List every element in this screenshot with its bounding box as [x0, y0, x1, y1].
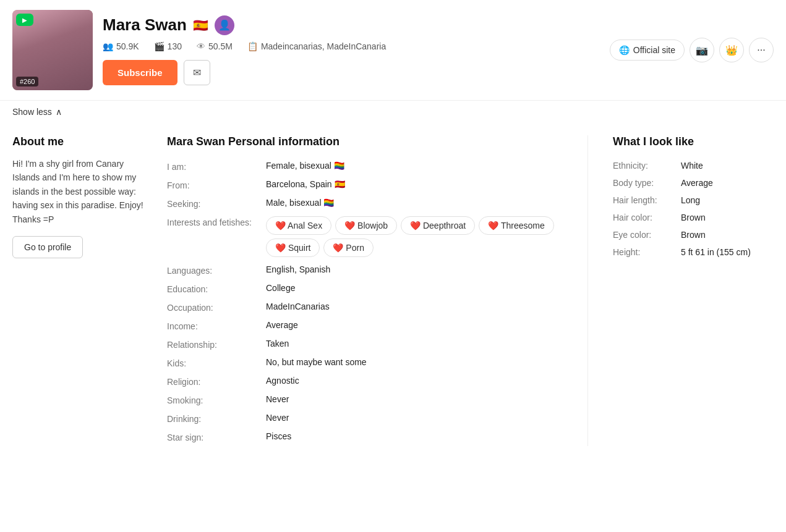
info-row: I am:Female, bisexual 🏳️‍🌈	[167, 157, 563, 175]
looks-row: Hair length:Long	[613, 192, 774, 209]
info-label: From:	[167, 179, 266, 190]
rank-badge: #260	[16, 77, 38, 87]
info-value: Male, bisexual 🏳️‍🌈	[266, 198, 563, 208]
info-label: Education:	[167, 283, 266, 294]
followers-count: 50.9K	[116, 41, 139, 51]
followers-icon: 👥	[103, 41, 113, 51]
info-label: Drinking:	[167, 413, 266, 424]
message-button[interactable]: ✉	[184, 60, 210, 85]
info-value: Agnostic	[266, 376, 563, 386]
looks-label: Ethnicity:	[613, 161, 681, 171]
info-label: Seeking:	[167, 198, 266, 209]
about-text: Hi! I'm a shy girl from Canary Islands a…	[12, 157, 148, 226]
looks-label: Body type:	[613, 178, 681, 188]
instagram-icon: 📷	[696, 44, 708, 56]
info-value: Pisces	[266, 431, 563, 441]
user-icon: 👤	[218, 19, 231, 31]
info-row: Income:Average	[167, 316, 563, 335]
looks-label: Height:	[613, 247, 681, 257]
interests-label: Interests and fetishes:	[167, 216, 266, 227]
play-icon: ▶	[22, 17, 27, 23]
live-badge: ▶	[16, 14, 33, 26]
info-value: No, but maybe want some	[266, 357, 563, 367]
main-content: About me Hi! I'm a shy girl from Canary …	[0, 123, 786, 458]
info-label: Religion:	[167, 376, 266, 387]
interest-tag: ❤️ Blowjob	[335, 216, 397, 235]
info-label: I am:	[167, 161, 266, 172]
looks-row: Eye color:Brown	[613, 226, 774, 243]
stats-row: 👥 50.9K 🎬 130 👁 50.5M 📋 Madeincanarias, …	[103, 41, 600, 51]
info-row: Star sign:Pisces	[167, 428, 563, 446]
info-row: Religion:Agnostic	[167, 372, 563, 391]
info-row: Relationship:Taken	[167, 335, 563, 353]
following-icon: 🎬	[154, 41, 164, 51]
looks-value: Brown	[681, 230, 706, 240]
profile-header: ▶ #260 Mara Swan 🇪🇸 👤 👥 50.9K 🎬 130 👁 50…	[0, 0, 786, 101]
about-title: About me	[12, 135, 148, 148]
actions-row: Subscribe ✉	[103, 60, 600, 85]
interest-tag: ❤️ Threesome	[479, 216, 553, 235]
looks-value: White	[681, 161, 703, 171]
looks-value: 5 ft 61 in (155 cm)	[681, 247, 751, 257]
info-label: Star sign:	[167, 431, 266, 442]
chevron-up-icon: ∧	[56, 107, 62, 117]
looks-title: What I look like	[613, 135, 774, 148]
show-less-label: Show less	[12, 107, 52, 117]
following-count: 130	[168, 41, 182, 51]
looks-label: Eye color:	[613, 230, 681, 240]
info-value: College	[266, 283, 563, 293]
looks-value: Brown	[681, 213, 706, 222]
info-value: MadeInCanarias	[266, 302, 563, 311]
followers-stat: 👥 50.9K	[103, 41, 139, 51]
country-flag: 🇪🇸	[193, 18, 208, 33]
username-row: 📋 Madeincanarias, MadeInCanaria	[247, 41, 386, 51]
go-to-profile-button[interactable]: Go to profile	[12, 236, 83, 258]
more-button[interactable]: ···	[749, 38, 774, 62]
profile-name: Mara Swan	[103, 15, 187, 35]
looks-table: Ethnicity:WhiteBody type:AverageHair len…	[613, 157, 774, 261]
info-value: Barcelona, Spain 🇪🇸	[266, 179, 563, 189]
official-site-button[interactable]: 🌐 Official site	[610, 40, 685, 61]
info-row: Education:College	[167, 279, 563, 298]
info-row: Drinking:Never	[167, 409, 563, 428]
interests-row: Interests and fetishes:❤️ Anal Sex❤️ Blo…	[167, 213, 563, 261]
info-row: From:Barcelona, Spain 🇪🇸	[167, 175, 563, 194]
looks-row: Body type:Average	[613, 174, 774, 192]
info-row: Occupation:MadeInCanarias	[167, 298, 563, 316]
info-value: Never	[266, 394, 563, 404]
interest-tag: ❤️ Deepthroat	[401, 216, 475, 235]
usernames: Madeincanarias, MadeInCanaria	[261, 41, 386, 51]
username-icon: 📋	[247, 41, 258, 51]
subscribe-button[interactable]: Subscribe	[103, 60, 177, 85]
profile-info: Mara Swan 🇪🇸 👤 👥 50.9K 🎬 130 👁 50.5M 📋 M…	[103, 15, 600, 85]
info-label: Income:	[167, 320, 266, 331]
vertical-divider	[587, 135, 588, 446]
info-value: Average	[266, 320, 563, 330]
info-label: Smoking:	[167, 394, 266, 405]
info-value: Never	[266, 413, 563, 423]
show-less-toggle[interactable]: Show less ∧	[0, 101, 786, 123]
tags-container: ❤️ Anal Sex❤️ Blowjob❤️ Deepthroat❤️ Thr…	[266, 216, 563, 257]
info-value: English, Spanish	[266, 264, 563, 274]
following-stat: 🎬 130	[154, 41, 182, 51]
info-label: Relationship:	[167, 339, 266, 350]
views-icon: 👁	[197, 41, 205, 51]
info-row: Seeking:Male, bisexual 🏳️‍🌈	[167, 194, 563, 213]
interest-tag: ❤️ Porn	[323, 239, 373, 257]
name-row: Mara Swan 🇪🇸 👤	[103, 15, 600, 35]
instagram-button[interactable]: 📷	[690, 38, 714, 62]
info-row: Kids:No, but maybe want some	[167, 353, 563, 372]
interest-tag: ❤️ Anal Sex	[266, 216, 331, 235]
interest-tag: ❤️ Squirt	[266, 239, 320, 257]
crown-button[interactable]: 👑	[719, 38, 744, 62]
user-avatar-circle: 👤	[215, 15, 234, 35]
looks-row: Hair color:Brown	[613, 209, 774, 226]
globe-icon: 🌐	[619, 45, 630, 55]
looks-row: Ethnicity:White	[613, 157, 774, 174]
info-label: Kids:	[167, 357, 266, 368]
looks-label: Hair color:	[613, 213, 681, 222]
looks-value: Long	[681, 195, 700, 205]
info-value: Female, bisexual 🏳️‍🌈	[266, 161, 563, 171]
official-site-label: Official site	[633, 45, 675, 55]
avatar-wrapper: ▶ #260	[12, 10, 93, 90]
